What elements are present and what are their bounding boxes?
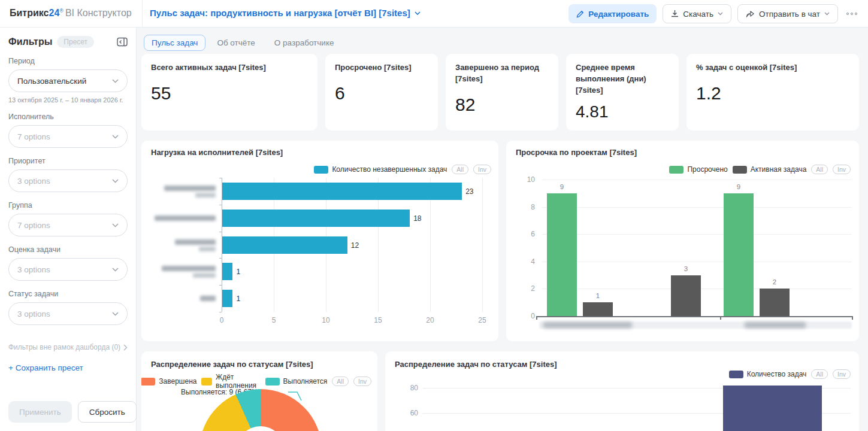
chart-legend: Завершена Ждёт выполнения Выполняется Al… (141, 373, 371, 390)
legend-swatch (669, 166, 683, 174)
bar (583, 302, 613, 316)
kpi-value: 55 (141, 74, 317, 104)
preset-badge: Пресет (57, 36, 94, 48)
blurred-category-label (155, 216, 216, 221)
chevron-down-icon (824, 12, 830, 16)
blurred-category-label (164, 186, 216, 191)
grid-line (542, 207, 852, 208)
priority-select[interactable]: 3 options (8, 169, 128, 192)
dashboard-title-menu[interactable]: Пульс задач: продуктивность и нагрузка [… (150, 8, 421, 18)
executor-select[interactable]: 7 options (8, 125, 128, 148)
filter-label-priority: Приоритет (8, 157, 128, 165)
legend-item[interactable]: Активная задача (733, 165, 807, 174)
y-axis-tick-label: 6 (518, 230, 535, 238)
report-tabs: Пульс задач Об отчёте О разработчике (144, 35, 341, 51)
download-button[interactable]: Скачать (663, 4, 731, 23)
bar (671, 275, 701, 316)
task-rating-select[interactable]: 3 options (8, 258, 128, 281)
legend-label: Количество незавершенных задач (332, 165, 447, 174)
collapse-panel-icon (117, 37, 128, 47)
chevron-down-icon (112, 135, 119, 139)
chevron-down-icon (718, 12, 723, 16)
legend-inv-button[interactable]: Inv (353, 377, 371, 386)
send-to-chat-button[interactable]: Отправить в чат (737, 4, 838, 23)
legend-item[interactable]: Просрочено (669, 165, 727, 174)
reset-button[interactable]: Сбросить (78, 401, 137, 423)
kpi-label: % задач с оценкой [7sites] (686, 54, 859, 74)
more-menu-button[interactable] (844, 9, 860, 19)
grid-line (542, 234, 852, 235)
legend-label: Активная задача (751, 165, 807, 174)
legend-all-button[interactable]: All (452, 165, 468, 174)
filter-label-task-rating: Оценка задачи (8, 245, 128, 254)
legend-item[interactable]: Ждёт выполнения (201, 373, 260, 390)
y-axis-tick-label: 60 (402, 409, 418, 417)
external-filters-link[interactable]: Фильтры вне рамок дашборда (0) (8, 343, 128, 351)
task-rating-select-value: 3 options (17, 265, 50, 274)
legend-inv-button[interactable]: Inv (833, 369, 851, 379)
bar-value-label: 12 (351, 241, 359, 250)
priority-select-value: 3 options (17, 177, 50, 186)
legend-item[interactable]: Завершена (141, 377, 196, 386)
legend-label: Ждёт выполнения (216, 373, 260, 390)
kpi-card-overdue: Просрочено [7sites] 6 (325, 54, 438, 130)
legend-inv-button[interactable]: Inv (473, 165, 491, 174)
filter-label-period: Период (8, 57, 128, 65)
chart-title: Распределение задач по статусам [7sites] (151, 360, 313, 369)
y-axis-tick-label: 10 (518, 175, 535, 184)
kpi-value: 6 (325, 74, 438, 104)
axis-tick (219, 205, 222, 205)
period-range-note: 13 октября 2025 г. – 10 января 2026 г. (8, 96, 128, 104)
send-to-chat-button-label: Отправить в чат (759, 10, 820, 19)
chevron-down-icon (112, 79, 119, 83)
legend-item[interactable]: Выполняется (265, 377, 328, 386)
axis-tick (720, 316, 721, 320)
y-axis-tick-label: 0 (518, 312, 535, 320)
kpi-card-active-tasks: Всего активных задач [7sites] 55 (141, 54, 317, 130)
legend-all-button[interactable]: All (811, 165, 828, 174)
legend-label: Просрочено (687, 165, 727, 174)
bar (222, 290, 232, 307)
grid-line (542, 180, 852, 180)
header-divider (142, 0, 143, 27)
chevron-right-icon (123, 344, 128, 351)
legend-item[interactable]: Количество задач (729, 370, 807, 378)
bar (724, 193, 754, 316)
kpi-value: 82 (446, 85, 558, 115)
filter-label-task-status: Статус задачи (8, 290, 128, 298)
executor-select-value: 7 options (17, 132, 50, 141)
chevron-down-icon (112, 268, 119, 272)
axis-tick (219, 232, 222, 232)
chart-legend: Количество задач All Inv (729, 369, 851, 379)
legend-all-button[interactable]: All (811, 369, 828, 379)
x-axis-tick-label: 15 (371, 316, 385, 324)
save-preset-link[interactable]: + Сохранить пресет (8, 363, 128, 372)
kpi-card-rated-tasks-pct: % задач с оценкой [7sites] 1.2 (686, 54, 859, 130)
tab-about-developer[interactable]: О разработчике (267, 35, 342, 51)
axis-tick (219, 285, 222, 286)
legend-all-button[interactable]: All (332, 377, 349, 386)
collapse-panel-button[interactable] (117, 37, 128, 47)
chevron-down-icon (112, 179, 119, 183)
tab-task-pulse[interactable]: Пульс задач (144, 35, 205, 51)
axis-tick (536, 316, 537, 320)
group-select[interactable]: 7 options (8, 214, 128, 236)
dashboard-area: Пульс задач Об отчёте О разработчике Все… (137, 28, 868, 431)
legend-swatch (733, 166, 747, 174)
legend-item[interactable]: Количество незавершенных задач (314, 165, 447, 174)
period-select[interactable]: Пользовательский (8, 69, 128, 92)
chart-title: Распределение задач по статусам [7sites] (395, 360, 557, 369)
legend-inv-button[interactable]: Inv (833, 165, 851, 174)
blurred-category-label (745, 322, 806, 328)
bar-value-label: 2 (760, 278, 790, 286)
tab-about-report[interactable]: Об отчёте (209, 35, 262, 51)
kpi-value: 4.81 (566, 96, 679, 122)
apply-button[interactable]: Применить (8, 401, 72, 423)
logo-brand-accent: 24 (49, 8, 59, 18)
period-select-value: Пользовательский (17, 77, 86, 86)
edit-button[interactable]: Редактировать (568, 4, 657, 23)
external-filters-label: Фильтры вне рамок дашборда (0) (8, 343, 120, 351)
task-status-select[interactable]: 3 options (8, 302, 128, 325)
download-icon (671, 10, 679, 18)
bar-value-label: 9 (724, 183, 754, 190)
